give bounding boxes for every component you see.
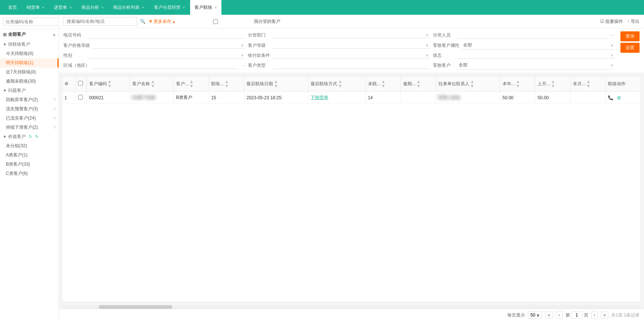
- main-layout: 🔍 ⊞ 全部客户 « ▼ 待联络客户 今天待联络(0) 明天待联络(1) 近7天…: [0, 15, 644, 321]
- customer-type-input[interactable]: [272, 62, 430, 69]
- customer-grade-label: 客户等级: [248, 42, 270, 49]
- refresh-icon[interactable]: ↻: [29, 134, 32, 139]
- scrollbar-thumb[interactable]: [99, 305, 172, 309]
- filter-cell-price-grade: 客户价格等级 ∨: [63, 42, 245, 49]
- settings-col-icon[interactable]: ⚙: [64, 81, 69, 86]
- sidebar-item-class-a[interactable]: A类客户(1): [0, 151, 59, 160]
- group-value-customers[interactable]: ▼ 价值客户 ↻ ✎: [0, 132, 59, 141]
- close-customer-tier[interactable]: ×: [183, 5, 185, 10]
- last-page-btn[interactable]: »: [601, 311, 609, 319]
- action-buttons: 查询 设置: [620, 31, 640, 70]
- page-number-input[interactable]: [571, 311, 582, 319]
- close-purchase-order[interactable]: ×: [69, 5, 71, 10]
- dept-label: 分管部门: [248, 32, 270, 38]
- person-ellipsis[interactable]: ···: [611, 32, 615, 38]
- filter-cell-person: 分管人员 ···: [433, 31, 615, 39]
- group-problem-customers[interactable]: ▼ 问题客户: [0, 86, 59, 95]
- customer-grade-select[interactable]: ∨: [272, 42, 430, 49]
- per-page-select[interactable]: 50 ∨: [528, 311, 542, 319]
- price-grade-chevron: ∨: [241, 43, 244, 47]
- group3-arrow: ▼: [3, 135, 7, 139]
- nav-product-analysis[interactable]: 商品分析 ×: [77, 0, 108, 15]
- person-label: 分管人员: [433, 32, 455, 38]
- price-grade-select[interactable]: ∨: [92, 42, 245, 49]
- retail-select[interactable]: 全部 ∨: [457, 61, 615, 70]
- region-input[interactable]: [92, 62, 238, 69]
- first-page-btn[interactable]: «: [545, 311, 553, 319]
- action-phone-icon[interactable]: 📞: [608, 95, 613, 100]
- payment-select[interactable]: ∨: [272, 52, 430, 59]
- pagination-bar: 每页显示 50 ∨ « ‹ 第 页 › » 共1页 1条记录: [59, 309, 644, 321]
- sidebar-item-class-b[interactable]: B类客户(33): [0, 160, 59, 169]
- td-checkbox[interactable]: [76, 92, 87, 104]
- phone-label: 电话号码: [63, 32, 85, 38]
- filter-cell-region: 区域（地区） ···: [63, 62, 245, 69]
- grid-icon: ⊞: [3, 32, 7, 37]
- td-ctype: B类客户: [174, 92, 209, 104]
- nav-home[interactable]: 首页: [4, 0, 21, 15]
- nav-customer-contact[interactable]: 客户联络 ×: [190, 0, 221, 15]
- sort-arrows-unlocked: ▲▼: [381, 79, 386, 88]
- gender-chevron: ∨: [241, 53, 244, 57]
- filter-cell-payment: 收付款条件 ∨: [248, 52, 430, 59]
- my-customers-check[interactable]: 我分管的客户: [179, 18, 280, 25]
- sidebar-search-input[interactable]: [3, 18, 59, 26]
- search-input[interactable]: [63, 17, 137, 26]
- export-btn[interactable]: ↑ 导出: [627, 18, 640, 25]
- filter-search-icon[interactable]: 🔍: [140, 19, 146, 24]
- nav-product-analysis-list[interactable]: 商品分析列表 ×: [109, 0, 148, 15]
- sidebar-item-churned[interactable]: 已流失客户(24) ?: [0, 114, 59, 123]
- group-pending-contact[interactable]: ▼ 待联络客户: [0, 40, 59, 49]
- query-button[interactable]: 查询: [620, 31, 640, 41]
- table-area: ⚙ 客户编码 ▲▼ 客户名称: [62, 76, 641, 302]
- settings-button[interactable]: 设置: [620, 43, 640, 53]
- close-product-analysis[interactable]: ×: [101, 5, 104, 10]
- sidebar-item-ungrouped[interactable]: 未分组(32): [0, 141, 59, 151]
- prev-page-btn[interactable]: ‹: [556, 311, 563, 319]
- region-ellipsis[interactable]: ···: [241, 63, 245, 68]
- sidebar-item-class-c[interactable]: C类客户(6): [0, 169, 59, 178]
- more-conditions-btn[interactable]: ▼ 更多条件 ▲: [148, 18, 176, 25]
- right-actions: ☑ 批量操作 ↑ 导出: [600, 18, 640, 25]
- sidebar-item-overdue[interactable]: 逾期未联络(30): [0, 77, 59, 86]
- sidebar-item-churn-warning[interactable]: 流失预警客户(3) ?: [0, 104, 59, 114]
- dept-chevron: ∨: [426, 33, 428, 37]
- person-input[interactable]: [457, 31, 607, 39]
- collapse-btn[interactable]: «: [53, 32, 56, 38]
- batch-action-btn[interactable]: ☑ 批量操作: [600, 18, 623, 25]
- retail-attr-select[interactable]: 全部 ∨: [462, 41, 615, 50]
- sidebar: 🔍 ⊞ 全部客户 « ▼ 待联络客户 今天待联络(0) 明天待联络(1) 近7天…: [0, 15, 59, 321]
- sort-arrows-contact: ▲▼: [224, 79, 229, 88]
- td-last-month: 50.00: [535, 92, 571, 104]
- action-more-icon[interactable]: ⊞: [617, 95, 621, 100]
- row-checkbox[interactable]: [78, 95, 83, 100]
- sidebar-item-tomorrow[interactable]: 明天待联络(1): [0, 58, 59, 68]
- content-area: 🔍 ▼ 更多条件 ▲ 我分管的客户 ☑ 批量操作 ↑ 导出: [59, 15, 644, 321]
- th-checkbox[interactable]: [76, 76, 87, 92]
- next-page-btn[interactable]: ›: [591, 311, 598, 319]
- edit-icon[interactable]: ✎: [35, 134, 38, 139]
- phone-input[interactable]: [88, 31, 245, 39]
- nav-customer-tier[interactable]: 客户分层经营 ×: [150, 0, 189, 15]
- sidebar-item-7days[interactable]: 近7天待联络(0): [0, 68, 59, 77]
- gender-select[interactable]: ∨: [88, 52, 245, 59]
- my-customers-checkbox[interactable]: [179, 19, 252, 24]
- close-product-analysis-list[interactable]: ×: [142, 5, 144, 10]
- sidebar-item-repurchase-abnormal[interactable]: 回购异常客户(2) ?: [0, 95, 59, 104]
- sort-arrows-last-date: ▲▼: [274, 79, 278, 88]
- td-last-method[interactable]: 下销货单: [308, 92, 365, 104]
- payment-label: 收付款条件: [248, 52, 270, 59]
- sidebar-item-today[interactable]: 今天待联络(0): [0, 49, 59, 58]
- dept-select[interactable]: ∨: [272, 32, 430, 38]
- horizontal-scrollbar[interactable]: [62, 305, 641, 309]
- nav-sales-order[interactable]: 销货单 ×: [22, 0, 49, 15]
- th-settings[interactable]: ⚙: [62, 76, 76, 92]
- close-customer-contact[interactable]: ×: [214, 5, 217, 10]
- close-sales-order[interactable]: ×: [42, 5, 44, 10]
- top-nav: 首页 销货单 × 进货单 × 商品分析 × 商品分析列表 × 客户分层经营 × …: [0, 0, 644, 15]
- nav-purchase-order[interactable]: 进货单 ×: [49, 0, 76, 15]
- status-select[interactable]: ∨: [457, 52, 615, 59]
- select-all-checkbox[interactable]: [78, 81, 83, 86]
- sidebar-item-declining[interactable]: 持续下滑客户(2) ?: [0, 123, 59, 132]
- last-method-link[interactable]: 下销货单: [311, 95, 328, 100]
